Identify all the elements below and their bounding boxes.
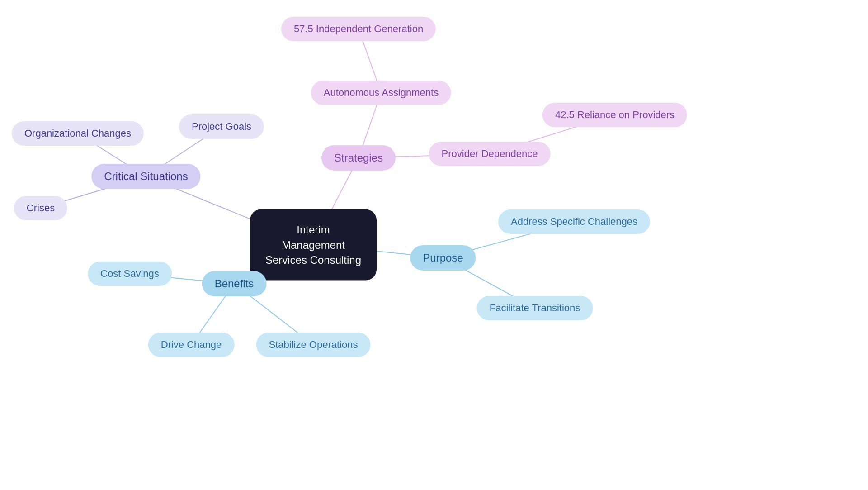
benefits-node[interactable]: Benefits [202, 271, 267, 296]
drive-change-node[interactable]: Drive Change [148, 333, 235, 357]
address-challenges-node[interactable]: Address Specific Challenges [498, 209, 650, 234]
provider-dependence-node[interactable]: Provider Dependence [429, 142, 551, 166]
reliance-providers-node[interactable]: 42.5 Reliance on Providers [542, 103, 687, 127]
critical-situations-node[interactable]: Critical Situations [91, 164, 200, 189]
cost-savings-node[interactable]: Cost Savings [88, 262, 172, 286]
organizational-changes-node[interactable]: Organizational Changes [12, 121, 144, 146]
project-goals-node[interactable]: Project Goals [179, 114, 264, 139]
autonomous-assignments-node[interactable]: Autonomous Assignments [311, 81, 451, 105]
center-node[interactable]: Interim Management Services Consulting [250, 209, 377, 281]
strategies-node[interactable]: Strategies [321, 145, 396, 171]
crises-node[interactable]: Crises [14, 196, 67, 220]
facilitate-transitions-node[interactable]: Facilitate Transitions [477, 296, 593, 320]
independent-generation-node[interactable]: 57.5 Independent Generation [281, 17, 436, 41]
purpose-node[interactable]: Purpose [410, 245, 476, 271]
stabilize-operations-node[interactable]: Stabilize Operations [256, 333, 371, 357]
